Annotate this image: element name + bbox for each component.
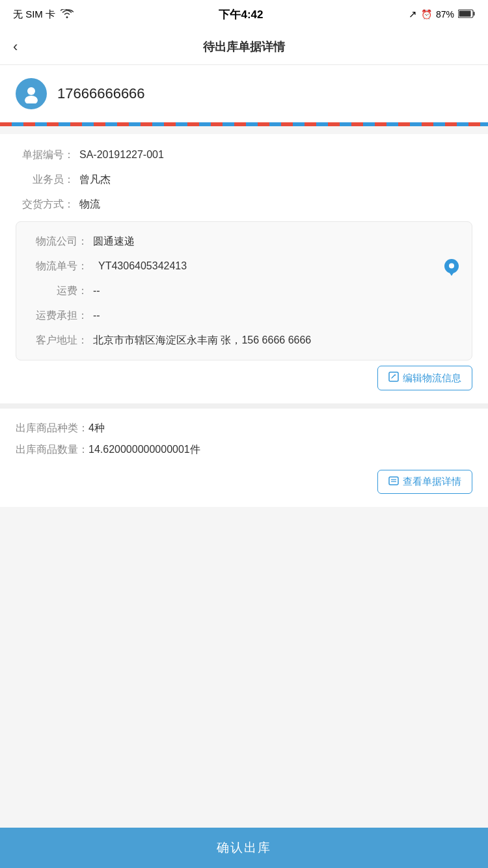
confirm-button-container: 确认出库 xyxy=(0,828,488,868)
view-details-button[interactable]: 查看单据详情 xyxy=(377,470,472,494)
customer-header: 17666666666 xyxy=(0,65,488,122)
battery-percent: 87% xyxy=(436,9,454,20)
bottom-spacer xyxy=(0,507,488,650)
svg-point-3 xyxy=(27,87,35,95)
freight-bearer-row: 运费承担： -- xyxy=(29,308,459,323)
edit-btn-container: 编辑物流信息 xyxy=(16,360,472,390)
freight-bearer-value: -- xyxy=(88,308,459,323)
avatar xyxy=(16,78,47,109)
status-time: 下午4:42 xyxy=(219,7,263,22)
edit-icon xyxy=(388,372,399,385)
document-number-label: 单据编号： xyxy=(16,147,74,163)
battery-icon xyxy=(458,9,475,20)
page-title: 待出库单据详情 xyxy=(203,39,285,55)
svg-point-4 xyxy=(25,96,38,103)
goods-types-label: 出库商品种类： xyxy=(16,422,88,435)
track-location-icon[interactable] xyxy=(444,259,459,273)
dashed-separator xyxy=(0,122,488,126)
confirm-outbound-button[interactable]: 确认出库 xyxy=(0,839,488,856)
goods-types-row: 出库商品种类： 4种 xyxy=(16,422,472,435)
delivery-method-value: 物流 xyxy=(74,197,472,212)
view-details-icon xyxy=(388,476,399,487)
view-details-btn-container: 查看单据详情 xyxy=(16,465,472,494)
delivery-method-row: 交货方式： 物流 xyxy=(16,197,472,212)
address-label: 客户地址： xyxy=(29,332,88,348)
gray-separator-1 xyxy=(0,403,488,409)
svg-rect-1 xyxy=(473,12,474,16)
tracking-number-row: 物流单号： YT4306405342413 xyxy=(29,258,459,274)
salesman-value: 曾凡杰 xyxy=(74,172,472,187)
goods-quantity-label: 出库商品数量： xyxy=(16,443,88,457)
logistics-company-row: 物流公司： 圆通速递 xyxy=(29,234,459,249)
logistics-company-label: 物流公司： xyxy=(29,234,88,249)
goods-types-value: 4种 xyxy=(88,422,105,435)
back-button[interactable]: ‹ xyxy=(8,33,23,61)
delivery-method-label: 交货方式： xyxy=(16,197,74,212)
tracking-number-value: YT4306405342413 xyxy=(93,258,434,274)
logistics-card: 物流公司： 圆通速递 物流单号： YT4306405342413 运费： -- … xyxy=(16,221,472,360)
freight-label: 运费： xyxy=(29,283,88,299)
goods-quantity-row: 出库商品数量： 14.620000000000001件 xyxy=(16,443,472,457)
svg-rect-2 xyxy=(459,10,470,16)
document-number-row: 单据编号： SA-20191227-001 xyxy=(16,147,472,163)
document-number-value: SA-20191227-001 xyxy=(74,147,472,163)
status-left: 无 SIM 卡 xyxy=(13,8,74,21)
location-status-icon: ↗ xyxy=(409,8,417,20)
freight-row: 运费： -- xyxy=(29,283,459,299)
freight-bearer-label: 运费承担： xyxy=(29,308,88,323)
edit-logistics-button[interactable]: 编辑物流信息 xyxy=(377,366,472,390)
salesman-row: 业务员： 曾凡杰 xyxy=(16,172,472,187)
alarm-icon: ⏰ xyxy=(421,9,432,20)
address-value: 北京市市辖区海淀区永丰南 张，156 6666 6666 xyxy=(88,332,459,348)
salesman-label: 业务员： xyxy=(16,172,74,187)
status-right: ↗ ⏰ 87% xyxy=(409,8,475,20)
svg-rect-6 xyxy=(389,477,398,485)
nav-bar: ‹ 待出库单据详情 xyxy=(0,29,488,65)
document-info-section: 单据编号： SA-20191227-001 业务员： 曾凡杰 交货方式： 物流 … xyxy=(0,134,488,403)
customer-phone: 17666666666 xyxy=(57,85,145,102)
tracking-number-label: 物流单号： xyxy=(29,258,88,274)
logistics-company-value: 圆通速递 xyxy=(88,234,459,249)
goods-quantity-value: 14.620000000000001件 xyxy=(88,443,200,457)
wifi-icon xyxy=(61,9,74,20)
carrier-label: 无 SIM 卡 xyxy=(13,8,55,21)
address-row: 客户地址： 北京市市辖区海淀区永丰南 张，156 6666 6666 xyxy=(29,332,459,348)
edit-logistics-label: 编辑物流信息 xyxy=(403,372,461,385)
view-details-label: 查看单据详情 xyxy=(403,476,461,488)
goods-section: 出库商品种类： 4种 出库商品数量： 14.620000000000001件 查… xyxy=(0,409,488,507)
freight-value: -- xyxy=(88,283,459,299)
status-bar: 无 SIM 卡 下午4:42 ↗ ⏰ 87% xyxy=(0,0,488,29)
